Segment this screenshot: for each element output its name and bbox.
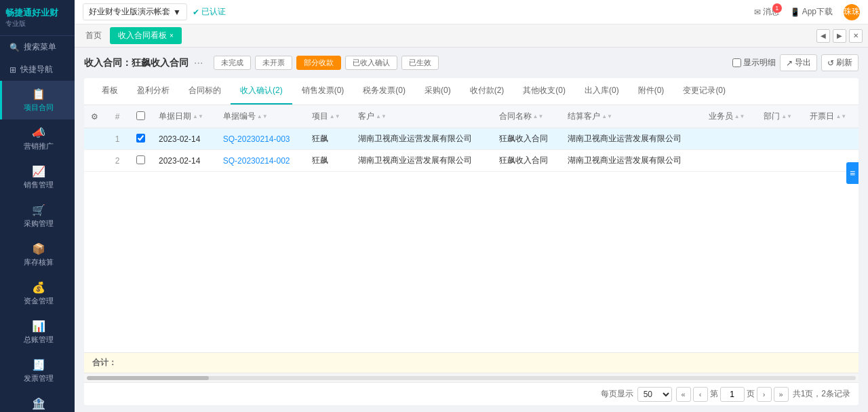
settings-column-header[interactable]: ⚙ (84, 105, 105, 128)
sidebar-item-sales[interactable]: 📈 销售管理 (0, 158, 75, 197)
sidebar-item-marketing[interactable]: 📣 营销推广 (0, 119, 75, 158)
next-page-button[interactable]: › (757, 387, 772, 402)
sidebar-item-fund[interactable]: 💰 资金管理 (0, 274, 75, 313)
show-detail-input[interactable] (732, 58, 741, 67)
tab-change-log[interactable]: 变更记录(0) (673, 78, 735, 105)
row-customer-cell: 湖南卫视商业运营发展有限公司 (351, 128, 492, 150)
per-page-label: 每页显示 (601, 388, 633, 400)
row-checkbox[interactable] (136, 155, 145, 164)
sidebar-item-invoice[interactable]: 🧾 发票管理 (0, 352, 75, 390)
more-options-button[interactable]: ··· (194, 57, 203, 69)
right-panel-toggle[interactable]: ≡ (846, 162, 859, 184)
tab-payment[interactable]: 收付款(2) (460, 78, 514, 105)
scrollbar-thumb[interactable] (87, 376, 209, 380)
page-size-select[interactable]: 50 100 200 (637, 387, 672, 402)
show-detail-checkbox[interactable]: 显示明细 (732, 54, 776, 71)
contract-name-column-header[interactable]: 合同名称▲▼ (492, 105, 561, 128)
sidebar-item-general[interactable]: 📊 总账管理 (0, 313, 75, 352)
settled-customer-column-header[interactable]: 结算客户▲▼ (561, 105, 702, 128)
content-area: 收入合同：狂飙收入合同 ··· 未完成 未开票 部分收款 已收入确认 已生效 显… (75, 48, 868, 412)
status-confirmed[interactable]: 已收入确认 (345, 56, 397, 70)
contract-title: 收入合同：狂飙收入合同 (84, 57, 189, 69)
tab-board[interactable]: 看板 (92, 78, 127, 105)
tab-purchase[interactable]: 采购(0) (415, 78, 460, 105)
project-column-header[interactable]: 项目▲▼ (305, 105, 351, 128)
tab-home[interactable]: 首页 (80, 27, 107, 44)
checkbox-column-header[interactable] (130, 105, 152, 128)
app-download-button[interactable]: 📱 App下载 (790, 6, 833, 18)
sidebar-item-project[interactable]: 📋 项目合同 (0, 81, 75, 119)
tab-next-button[interactable]: ▶ (833, 29, 846, 43)
sidebar-item-purchase[interactable]: 🛒 采购管理 (0, 197, 75, 236)
data-table: ⚙ # 单据日期▲▼ 单据编号▲▼ 项目▲▼ 客户▲▼ 合同名称▲▼ 结算客户▲… (84, 105, 859, 172)
contract-header: 收入合同：狂飙收入合同 ··· 未完成 未开票 部分收款 已收入确认 已生效 显… (84, 54, 859, 71)
company-selector[interactable]: 好业财专业版演示帐套 ▼ (83, 3, 187, 20)
tab-revenue-confirm[interactable]: 收入确认(2) (231, 78, 292, 105)
prev-page-button[interactable]: ‹ (693, 387, 708, 402)
tab-attachments[interactable]: 附件(0) (629, 78, 674, 105)
topbar: 好业财专业版演示帐套 ▼ ✔ 已认证 ✉ 1 消息 📱 App下载 珠珠 (75, 0, 868, 24)
last-page-button[interactable]: » (774, 387, 789, 402)
row-date-cell: 2023-02-14 (152, 150, 216, 172)
open-date-column-header[interactable]: 开票日▲▼ (803, 105, 859, 128)
page-number-input[interactable] (720, 387, 745, 402)
message-icon: ✉ (754, 7, 761, 17)
quick-nav-button[interactable]: ⊞ 快捷导航 (0, 58, 75, 81)
status-partial[interactable]: 部分收款 (296, 56, 341, 70)
search-menu-label: 搜索菜单 (24, 41, 56, 53)
number-column-header[interactable]: 单据编号▲▼ (216, 105, 305, 128)
top-actions: 显示明细 ↗ 导出 ↺ 刷新 (732, 54, 859, 71)
row-number-cell[interactable]: SQ-20230214-003 (216, 128, 305, 150)
marketing-icon: 📣 (32, 126, 45, 139)
message-button[interactable]: ✉ 1 消息 (754, 6, 779, 18)
table-container[interactable]: ⚙ # 单据日期▲▼ 单据编号▲▼ 项目▲▼ 客户▲▼ 合同名称▲▼ 结算客户▲… (84, 105, 859, 352)
row-checkbox-cell[interactable] (130, 128, 152, 150)
tab-warehouse[interactable]: 出入库(0) (575, 78, 629, 105)
customer-column-header[interactable]: 客户▲▼ (351, 105, 492, 128)
salesperson-column-header[interactable]: 业务员▲▼ (702, 105, 757, 128)
tab-sales-invoice[interactable]: 销售发票(0) (292, 78, 354, 105)
tab-subject[interactable]: 合同标的 (179, 78, 231, 105)
user-avatar[interactable]: 珠珠 (844, 4, 860, 20)
row-checkbox[interactable] (136, 134, 145, 143)
row-number-cell[interactable]: SQ-20230214-002 (216, 150, 305, 172)
page-navigation: « ‹ 第 页 › » (676, 387, 789, 402)
row-date-cell: 2023-02-14 (152, 128, 216, 150)
tax-icon: 🏦 (32, 397, 45, 410)
status-incomplete[interactable]: 未完成 (214, 56, 251, 70)
tab-profit[interactable]: 盈利分析 (127, 78, 179, 105)
first-page-button[interactable]: « (676, 387, 691, 402)
page-label-text2: 页 (747, 388, 755, 400)
row-contract-name-cell: 狂飙收入合同 (492, 150, 561, 172)
tab-contract-board-label: 收入合同看板 (118, 30, 167, 41)
purchase-icon: 🛒 (32, 204, 45, 217)
sidebar-item-inventory[interactable]: 📦 库存核算 (0, 236, 75, 274)
row-num-cell: 2 (105, 150, 130, 172)
search-menu-button[interactable]: 🔍 搜索菜单 (0, 36, 75, 58)
chevron-down-icon: ▼ (173, 7, 181, 17)
tab-prev-button[interactable]: ◀ (816, 29, 830, 43)
document-number-link[interactable]: SQ-20230214-002 (223, 156, 290, 166)
download-icon: 📱 (790, 7, 800, 17)
row-checkbox-cell[interactable] (130, 150, 152, 172)
tab-close-button[interactable]: × (170, 32, 174, 39)
row-open-date-cell (803, 128, 859, 150)
sales-icon: 📈 (32, 165, 45, 178)
horizontal-scrollbar[interactable] (84, 373, 859, 382)
sidebar-item-tax[interactable]: 🏦 税务管理 (0, 390, 75, 412)
tab-other-income[interactable]: 其他收支(0) (513, 78, 575, 105)
select-all-checkbox[interactable] (136, 111, 145, 120)
page-label-text: 第 (710, 388, 718, 400)
department-column-header[interactable]: 部门▲▼ (757, 105, 803, 128)
grid-icon: ⊞ (9, 65, 16, 75)
tab-close-all-button[interactable]: ✕ (849, 29, 863, 43)
date-column-header[interactable]: 单据日期▲▼ (152, 105, 216, 128)
general-icon: 📊 (32, 320, 45, 333)
tab-contract-board[interactable]: 收入合同看板 × (110, 27, 182, 44)
tab-tax-invoice[interactable]: 税务发票(0) (353, 78, 415, 105)
document-number-link[interactable]: SQ-20230214-003 (223, 134, 290, 144)
refresh-button[interactable]: ↺ 刷新 (821, 54, 859, 71)
status-uninvoiced[interactable]: 未开票 (255, 56, 292, 70)
status-effective[interactable]: 已生效 (401, 56, 439, 70)
export-button[interactable]: ↗ 导出 (780, 54, 817, 71)
